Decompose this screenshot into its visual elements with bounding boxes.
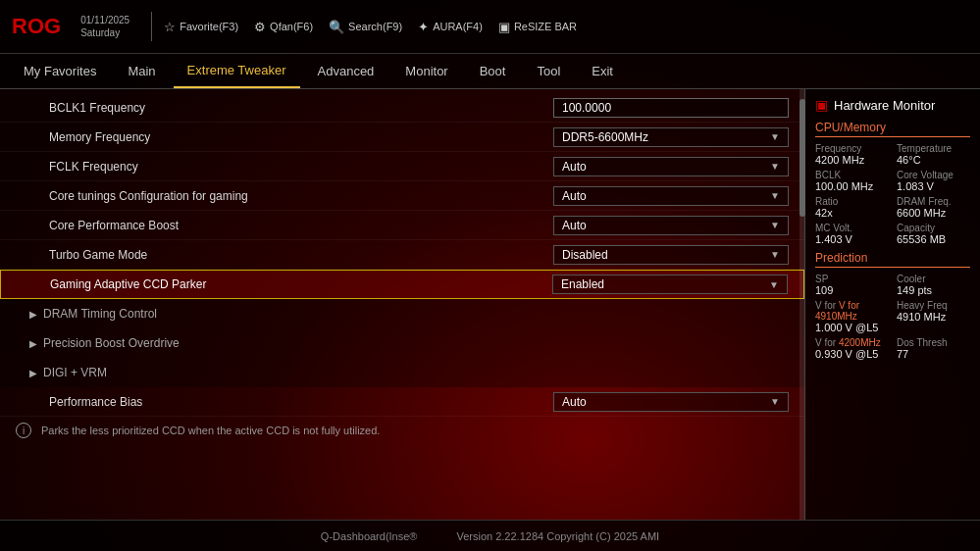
shortcut-resizebar-label: ReSIZE BAR [514,21,577,32]
shortcut-aura-label: AURA(F4) [433,21,483,32]
stat-cooler: Cooler 149 pts [897,274,970,296]
info-row: i Parks the less prioritized CCD when th… [0,417,804,444]
turbo-game-arrow: ▼ [770,249,780,260]
core-tunings-row[interactable]: Core tunings Configuration for gaming Au… [0,181,804,211]
header-shortcuts: ☆ Favorite(F3) ⚙ Qfan(F6) 🔍 Search(F9) ✦… [164,20,968,34]
perf-bias-value[interactable]: Auto ▼ [553,392,789,412]
footer-right: Version 2.22.1284 Copyright (C) 2025 AMI [456,530,659,542]
perf-bias-row[interactable]: Performance Bias Auto ▼ [0,387,804,417]
qfan-icon: ⚙ [254,20,266,34]
memory-freq-row[interactable]: Memory Frequency DDR5-6600MHz ▼ [0,123,804,152]
stat-frequency-value: 4200 MHz [815,154,889,166]
stat-v-4910mhz: V for V for 4910MHz 1.000 V @L5 [815,300,889,333]
core-tunings-arrow: ▼ [770,190,780,201]
rog-logo: ROG [12,14,61,39]
turbo-game-row[interactable]: Turbo Game Mode Disabled ▼ [0,240,804,270]
stat-temperature-value: 46°C [897,154,970,166]
stat-dos-thresh-label: Dos Thresh [897,337,970,348]
nav-monitor[interactable]: Monitor [391,54,461,88]
memory-freq-label: Memory Frequency [49,130,553,144]
stat-dos-thresh: Dos Thresh 77 [897,337,970,360]
resizebar-icon: ▣ [498,20,510,34]
main-content: BCLK1 Frequency 100.0000 Memory Frequenc… [0,89,980,520]
shortcut-favorite-label: Favorite(F3) [180,21,238,32]
day: Saturday [80,26,129,39]
stat-v-4200mhz: V for 4200MHz 0.930 V @L5 [815,337,889,360]
core-tunings-value[interactable]: Auto ▼ [553,186,789,206]
nav-main[interactable]: Main [114,54,169,88]
dram-timing-arrow: ▶ [29,309,37,320]
bclk1-value[interactable]: 100.0000 [553,98,789,118]
stat-cooler-label: Cooler [897,274,970,284]
stat-heavy-freq-value: 4910 MHz [897,311,970,323]
stat-frequency-label: Frequency [815,143,889,154]
panel-title: ▣ Hardware Monitor [815,97,970,113]
gaming-adaptive-ccd-value[interactable]: Enabled ▼ [552,275,788,294]
scroll-track[interactable] [799,89,805,520]
stat-bclk-label: BCLK [815,170,889,180]
precision-boost-section[interactable]: ▶ Precision Boost Overdrive [0,328,804,358]
nav-advanced[interactable]: Advanced [304,54,388,88]
stat-mc-volt-value: 1.403 V [815,233,889,245]
turbo-game-label: Turbo Game Mode [49,248,553,262]
nav-boot[interactable]: Boot [466,54,520,88]
precision-boost-arrow: ▶ [29,338,37,349]
scroll-thumb[interactable] [799,99,805,217]
digi-vrm-section[interactable]: ▶ DIGI + VRM [0,358,804,387]
fclk-arrow: ▼ [770,161,780,172]
shortcut-search[interactable]: 🔍 Search(F9) [329,20,402,34]
navbar: My Favorites Main Extreme Tweaker Advanc… [0,54,980,89]
settings-panel: BCLK1 Frequency 100.0000 Memory Frequenc… [0,89,805,520]
digi-vrm-arrow: ▶ [29,368,37,378]
gaming-adaptive-ccd-arrow: ▼ [769,279,779,290]
stat-bclk-value: 100.00 MHz [815,180,889,192]
stat-ratio-label: Ratio [815,196,889,207]
dram-timing-label: DRAM Timing Control [43,307,157,321]
dram-timing-section[interactable]: ▶ DRAM Timing Control [0,299,804,328]
gaming-adaptive-ccd-row[interactable]: Gaming Adaptive CCD Parker Enabled ▼ [0,270,804,299]
stat-heavy-freq: Heavy Freq 4910 MHz [897,300,970,333]
stat-v-4910mhz-label: V for V for 4910MHz [815,300,889,322]
shortcut-aura[interactable]: ✦ AURA(F4) [418,20,483,34]
stat-v-4200mhz-label: V for 4200MHz [815,337,889,348]
fclk-value[interactable]: Auto ▼ [553,157,789,176]
stat-cooler-value: 149 pts [897,284,970,296]
datetime: 01/11/2025 Saturday [80,14,129,39]
stat-mc-volt-label: MC Volt. [815,223,889,233]
stat-sp-label: SP [815,274,889,284]
stat-heavy-freq-label: Heavy Freq [897,300,970,311]
nav-exit[interactable]: Exit [578,54,627,88]
stat-temperature: Temperature 46°C [897,143,970,166]
info-icon: i [16,423,31,438]
fclk-row[interactable]: FCLK Frequency Auto ▼ [0,152,804,181]
bclk1-row[interactable]: BCLK1 Frequency 100.0000 [0,93,804,123]
stat-core-voltage-value: 1.083 V [897,180,970,192]
core-perf-boost-row[interactable]: Core Performance Boost Auto ▼ [0,211,804,240]
prediction-stats: SP 109 Cooler 149 pts V for V for 4910MH… [815,274,970,360]
stat-ratio: Ratio 42x [815,196,889,219]
cpu-memory-title: CPU/Memory [815,121,970,137]
core-perf-boost-label: Core Performance Boost [49,219,553,232]
logo-area: ROG [12,14,61,39]
prediction-title: Prediction [815,251,970,268]
core-tunings-label: Core tunings Configuration for gaming [49,189,553,203]
info-text: Parks the less prioritized CCD when the … [41,425,380,436]
shortcut-favorite[interactable]: ☆ Favorite(F3) [164,20,238,34]
shortcut-qfan-label: Qfan(F6) [270,21,313,32]
header: ROG 01/11/2025 Saturday ☆ Favorite(F3) ⚙… [0,0,980,54]
stat-core-voltage-label: Core Voltage [897,170,970,180]
shortcut-resizebar[interactable]: ▣ ReSIZE BAR [498,20,577,34]
favorite-icon: ☆ [164,20,176,34]
stat-dram-freq-value: 6600 MHz [897,207,970,219]
stat-v-4200mhz-value: 0.930 V @L5 [815,348,889,360]
nav-extreme-tweaker[interactable]: Extreme Tweaker [174,54,300,88]
nav-tool[interactable]: Tool [523,54,574,88]
core-perf-boost-value[interactable]: Auto ▼ [553,216,789,235]
shortcut-search-label: Search(F9) [348,21,402,32]
panel-title-label: Hardware Monitor [834,98,935,113]
nav-my-favorites[interactable]: My Favorites [10,54,110,88]
memory-freq-value[interactable]: DDR5-6600MHz ▼ [553,127,789,147]
perf-bias-arrow: ▼ [770,396,780,407]
shortcut-qfan[interactable]: ⚙ Qfan(F6) [254,20,313,34]
turbo-game-value[interactable]: Disabled ▼ [553,245,789,265]
